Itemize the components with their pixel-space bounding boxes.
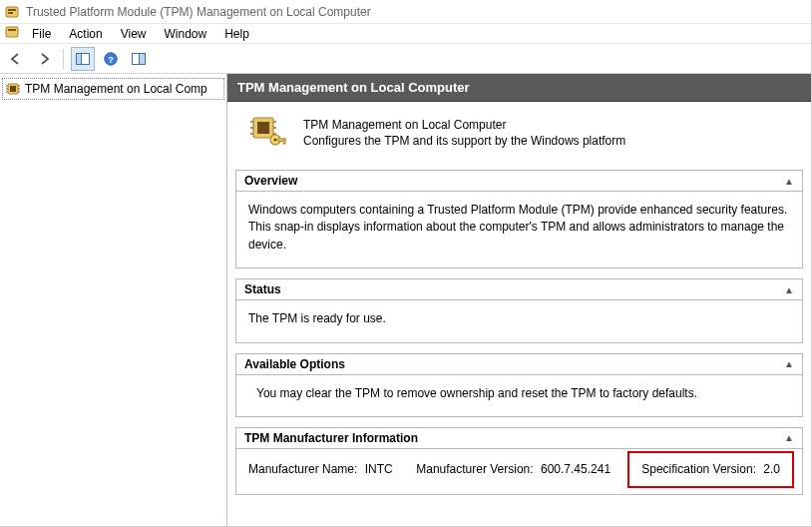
manufacturer-version-label: Manufacturer Version: [416,462,533,476]
toolbar-separator [63,49,64,69]
specification-version-value: 2.0 [763,462,780,476]
section-title: TPM Manufacturer Information [244,431,418,445]
svg-rect-12 [10,86,16,92]
section-header-overview[interactable]: Overview ▲ [236,171,802,192]
section-title: Overview [244,174,297,188]
collapse-caret-icon[interactable]: ▲ [784,284,794,295]
intro-title: TPM Management on Local Computer [303,118,625,132]
back-button[interactable] [4,47,28,71]
spec-version-highlight: Specification Version: 2.0 [627,451,794,488]
intro-subtitle: Configures the TPM and its support by th… [303,134,625,148]
content-header: TPM Management on Local Computer [227,74,811,102]
help-button[interactable]: ? [99,47,123,71]
menu-bar: File Action View Window Help [0,24,811,44]
title-bar: Trusted Platform Module (TPM) Management… [0,0,811,24]
svg-rect-1 [8,9,16,11]
svg-rect-20 [257,122,269,134]
menu-view[interactable]: View [113,25,155,43]
section-header-options[interactable]: Available Options ▲ [236,354,802,375]
menu-file[interactable]: File [24,25,59,43]
specification-version-label: Specification Version: [641,462,756,476]
manufacturer-name-label: Manufacturer Name: [248,462,357,476]
tree-item-tpm-root[interactable]: TPM Management on Local Comp [2,78,224,100]
menu-help[interactable]: Help [216,25,257,43]
collapse-caret-icon[interactable]: ▲ [784,432,794,443]
main-split: TPM Management on Local Comp TPM Managem… [0,74,811,527]
tpm-chip-icon [5,81,21,97]
manufacturer-version: Manufacturer Version: 600.7.45.241 [416,461,610,478]
system-menu-icon[interactable] [4,24,20,43]
svg-text:?: ? [108,54,114,64]
svg-rect-10 [140,53,146,64]
svg-point-30 [273,138,276,141]
svg-rect-6 [77,53,82,64]
section-header-manufacturer[interactable]: TPM Manufacturer Information ▲ [236,428,802,449]
menu-window[interactable]: Window [157,25,215,43]
section-status: Status ▲ The TPM is ready for use. [235,278,803,342]
tree-item-label: TPM Management on Local Comp [25,82,207,96]
content-body: TPM Management on Local Computer Configu… [227,102,811,511]
section-header-status[interactable]: Status ▲ [236,279,802,300]
svg-rect-29 [283,139,285,144]
tpm-key-icon [247,112,287,152]
section-manufacturer: TPM Manufacturer Information ▲ Manufactu… [235,427,803,495]
manufacturer-row: Manufacturer Name: INTC Manufacturer Ver… [248,459,790,480]
section-overview: Overview ▲ Windows computers containing … [235,170,803,268]
manufacturer-name-value: INTC [365,462,393,476]
app-icon [4,4,20,20]
specification-version: Specification Version: 2.0 [641,462,780,476]
forward-button[interactable] [32,47,56,71]
section-body-overview: Windows computers containing a Trusted P… [236,192,802,267]
menu-action[interactable]: Action [61,25,110,43]
section-body-status: The TPM is ready for use. [236,300,802,341]
window-title: Trusted Platform Module (TPM) Management… [26,5,371,19]
show-hide-tree-button[interactable] [71,47,95,71]
section-body-manufacturer: Manufacturer Name: INTC Manufacturer Ver… [236,449,802,494]
properties-button[interactable] [127,47,151,71]
svg-rect-2 [8,12,13,14]
intro-block: TPM Management on Local Computer Configu… [233,106,805,166]
manufacturer-name: Manufacturer Name: INTC [248,461,393,478]
tree-pane: TPM Management on Local Comp [0,74,227,527]
collapse-caret-icon[interactable]: ▲ [784,176,794,187]
section-title: Status [244,282,281,296]
content-pane: TPM Management on Local Computer [227,74,811,527]
svg-rect-3 [6,27,18,37]
section-options: Available Options ▲ You may clear the TP… [235,353,803,417]
intro-text: TPM Management on Local Computer Configu… [303,112,625,148]
collapse-caret-icon[interactable]: ▲ [784,358,794,369]
toolbar: ? [0,44,811,74]
section-title: Available Options [244,357,345,371]
section-body-options: You may clear the TPM to remove ownershi… [236,375,802,416]
manufacturer-version-value: 600.7.45.241 [541,462,610,476]
svg-rect-4 [8,29,16,31]
